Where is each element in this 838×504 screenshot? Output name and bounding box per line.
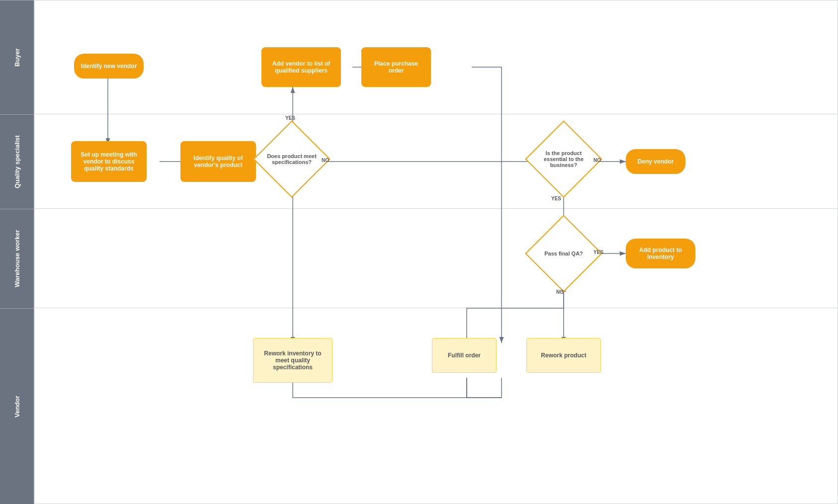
- lane-label-warehouse: Warehouse worker: [0, 209, 34, 308]
- no-label-2: NO: [593, 158, 601, 163]
- place-order-node: Place purchase order: [361, 47, 431, 87]
- swimlane-labels: Buyer Quality specialist Warehouse worke…: [0, 0, 34, 504]
- yes-label-1: YES: [285, 115, 295, 121]
- lane-warehouse-row: [34, 209, 838, 308]
- rework-inventory-node: Rework inventory to meet quality specifi…: [253, 338, 333, 383]
- diagram-area: Identify new vendor Add vendor to list o…: [34, 0, 838, 504]
- identify-quality-node: Identify quality of vendor's product: [180, 141, 256, 182]
- no-label-3: NO: [556, 289, 564, 295]
- add-vendor-node: Add vendor to list of qualified supplier…: [261, 47, 341, 87]
- add-inventory-node: Add product to inventory: [626, 239, 695, 268]
- deny-vendor-node: Deny vendor: [626, 149, 685, 174]
- yes-label-3: YES: [593, 250, 603, 255]
- setup-meeting-node: Set up meeting with vendor to discuss qu…: [71, 141, 147, 182]
- lane-label-vendor: Vendor: [0, 308, 34, 504]
- lane-buyer-row: [34, 0, 838, 114]
- lane-label-quality: Quality specialist: [0, 114, 34, 209]
- fulfill-order-node: Fulfill order: [432, 338, 497, 373]
- identify-vendor-node: Identify new vendor: [74, 54, 144, 79]
- diagram-container: Buyer Quality specialist Warehouse worke…: [0, 0, 838, 504]
- lane-quality-row: [34, 114, 838, 209]
- lane-label-buyer: Buyer: [0, 0, 34, 114]
- no-label-1: NO: [322, 158, 329, 163]
- rework-product-node: Rework product: [526, 338, 601, 373]
- yes-label-2: YES: [551, 196, 561, 201]
